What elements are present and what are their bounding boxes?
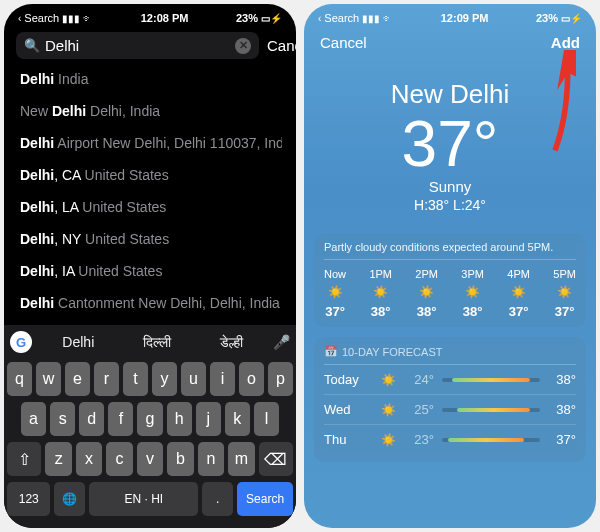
hourly-item: Now☀️37°: [324, 268, 346, 319]
search-result-item[interactable]: Delhi Cantonment New Delhi, Delhi, India: [18, 287, 282, 319]
hourly-card: Partly cloudy conditions expected around…: [314, 233, 586, 327]
key-b[interactable]: b: [167, 442, 193, 476]
city-name: New Delhi: [304, 79, 596, 110]
key-i[interactable]: i: [210, 362, 235, 396]
key-c[interactable]: c: [106, 442, 132, 476]
search-box[interactable]: 🔍 ✕: [16, 32, 259, 59]
shift-key[interactable]: ⇧: [7, 442, 41, 476]
weather-add-screen: ‹ Search ▮▮▮ ᯤ 12:09 PM 23% ▭⚡ Cancel Ad…: [304, 4, 596, 528]
key-z[interactable]: z: [45, 442, 71, 476]
key-t[interactable]: t: [123, 362, 148, 396]
search-result-item[interactable]: Delhi, NY United States: [18, 223, 282, 255]
weather-hero: New Delhi 37° Sunny H:38° L:24°: [304, 51, 596, 223]
signal-icon: ▮▮▮: [62, 13, 80, 24]
key-l[interactable]: l: [254, 402, 279, 436]
search-result-item[interactable]: Delhi, IA United States: [18, 255, 282, 287]
globe-key[interactable]: 🌐: [54, 482, 85, 516]
sun-icon: ☀️: [378, 433, 398, 447]
status-bar: ‹ Search ▮▮▮ ᯤ 12:09 PM 23% ▭⚡: [304, 4, 596, 28]
status-back-label[interactable]: Search: [24, 12, 59, 24]
back-chevron-icon[interactable]: ‹: [18, 13, 21, 24]
key-w[interactable]: w: [36, 362, 61, 396]
battery-icon: ▭⚡: [261, 13, 282, 24]
high-low: H:38° L:24°: [304, 197, 596, 213]
space-key[interactable]: EN · HI: [89, 482, 198, 516]
sun-icon: ☀️: [465, 285, 480, 299]
wifi-icon: ᯤ: [383, 13, 393, 24]
key-v[interactable]: v: [137, 442, 163, 476]
keyboard-suggestion[interactable]: Delhi: [62, 334, 94, 351]
keyboard-suggestion[interactable]: डेल्ही: [220, 334, 243, 351]
period-key[interactable]: .: [202, 482, 233, 516]
search-key[interactable]: Search: [237, 482, 293, 516]
hourly-item: 2PM☀️38°: [415, 268, 438, 319]
calendar-icon: 📅: [324, 345, 338, 358]
status-time: 12:08 PM: [141, 12, 189, 24]
google-logo-icon[interactable]: G: [10, 331, 32, 353]
battery-percent: 23%: [536, 12, 558, 24]
add-button[interactable]: Add: [551, 34, 580, 51]
battery-icon: ▭⚡: [561, 13, 582, 24]
key-q[interactable]: q: [7, 362, 32, 396]
hourly-item: 3PM☀️38°: [461, 268, 484, 319]
key-x[interactable]: x: [76, 442, 102, 476]
keyboard: G Delhiदिल्लीडेल्ही 🎤 qwertyuiop asdfghj…: [4, 325, 296, 528]
keyboard-suggestion[interactable]: दिल्ली: [143, 334, 171, 351]
key-s[interactable]: s: [50, 402, 75, 436]
search-row: 🔍 ✕ Cancel: [4, 28, 296, 63]
search-screen: ‹ Search ▮▮▮ ᯤ 12:08 PM 23% ▭⚡ 🔍 ✕ Cance…: [4, 4, 296, 528]
key-n[interactable]: n: [198, 442, 224, 476]
key-a[interactable]: a: [21, 402, 46, 436]
hourly-item: 1PM☀️38°: [369, 268, 392, 319]
keyboard-suggestion-bar: G Delhiदिल्लीडेल्ही 🎤: [4, 325, 296, 359]
status-time: 12:09 PM: [441, 12, 489, 24]
forecast-day-row: Wed☀️25°38°: [324, 395, 576, 425]
search-result-item[interactable]: Delhi, LA United States: [18, 191, 282, 223]
key-d[interactable]: d: [79, 402, 104, 436]
key-g[interactable]: g: [137, 402, 162, 436]
search-result-item[interactable]: Delhi Airport New Delhi, Delhi 110037, I…: [18, 127, 282, 159]
forecast-day-row: Today☀️24°38°: [324, 365, 576, 395]
key-j[interactable]: j: [196, 402, 221, 436]
key-p[interactable]: p: [268, 362, 293, 396]
key-r[interactable]: r: [94, 362, 119, 396]
backspace-key[interactable]: ⌫: [259, 442, 293, 476]
sun-icon: ☀️: [419, 285, 434, 299]
status-bar: ‹ Search ▮▮▮ ᯤ 12:08 PM 23% ▭⚡: [4, 4, 296, 28]
status-back-label[interactable]: Search: [324, 12, 359, 24]
sun-icon: ☀️: [378, 373, 398, 387]
modal-top-row: Cancel Add: [304, 28, 596, 51]
sun-icon: ☀️: [373, 285, 388, 299]
current-temp: 37°: [304, 112, 596, 176]
cancel-button[interactable]: Cancel: [320, 34, 367, 51]
key-k[interactable]: k: [225, 402, 250, 436]
back-chevron-icon[interactable]: ‹: [318, 13, 321, 24]
key-o[interactable]: o: [239, 362, 264, 396]
numbers-key[interactable]: 123: [7, 482, 50, 516]
sun-icon: ☀️: [378, 403, 398, 417]
search-input[interactable]: [45, 37, 235, 54]
condition-label: Sunny: [304, 178, 596, 195]
hourly-item: 4PM☀️37°: [507, 268, 530, 319]
cancel-button[interactable]: Cancel: [267, 37, 296, 54]
battery-percent: 23%: [236, 12, 258, 24]
key-u[interactable]: u: [181, 362, 206, 396]
hourly-item: 5PM☀️37°: [553, 268, 576, 319]
forecast-day-row: Thu☀️23°37°: [324, 425, 576, 454]
clear-icon[interactable]: ✕: [235, 38, 251, 54]
key-y[interactable]: y: [152, 362, 177, 396]
search-result-item[interactable]: Delhi India: [18, 63, 282, 95]
hourly-caption: Partly cloudy conditions expected around…: [324, 241, 576, 259]
search-result-item[interactable]: New Delhi Delhi, India: [18, 95, 282, 127]
key-f[interactable]: f: [108, 402, 133, 436]
key-m[interactable]: m: [228, 442, 254, 476]
signal-icon: ▮▮▮: [362, 13, 380, 24]
key-h[interactable]: h: [167, 402, 192, 436]
sun-icon: ☀️: [511, 285, 526, 299]
wifi-icon: ᯤ: [83, 13, 93, 24]
forecast-caption: 10-DAY FORECAST: [342, 346, 442, 358]
search-results: Delhi IndiaNew Delhi Delhi, IndiaDelhi A…: [4, 63, 296, 319]
key-e[interactable]: e: [65, 362, 90, 396]
search-result-item[interactable]: Delhi, CA United States: [18, 159, 282, 191]
mic-icon[interactable]: 🎤: [273, 334, 290, 350]
